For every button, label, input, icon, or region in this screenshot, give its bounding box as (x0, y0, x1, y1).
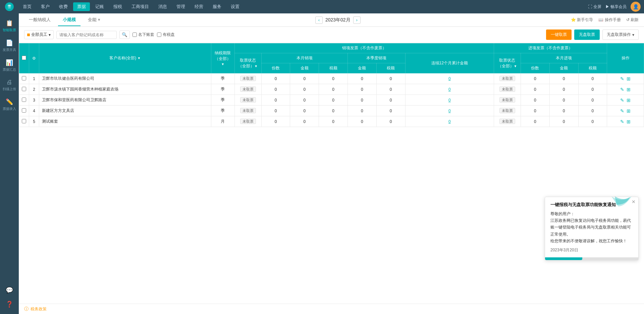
search-input[interactable] (56, 31, 117, 39)
col-sales-month-amount: 金额 (290, 63, 319, 73)
row-sales-month-shares: 0 (261, 84, 290, 95)
row-actions: ✎ ⊞ (607, 95, 644, 106)
nav-settings[interactable]: 设置 (227, 2, 244, 11)
sidebar-item-invoice-open-label: 发票开具 (3, 48, 16, 52)
tab-general-taxpayer[interactable]: 一般纳税人 (24, 14, 55, 26)
sidebar-item-invoice-entry[interactable]: ✏️ 票据录入 (1, 96, 18, 114)
nav-billing[interactable]: 收费 (55, 2, 72, 11)
row-sales-12month[interactable]: 0 (405, 116, 494, 127)
tab-all[interactable]: 全能 ▾ (83, 14, 105, 26)
search-button[interactable]: 🔍 (119, 30, 130, 39)
nav-home[interactable]: 首页 (19, 2, 36, 11)
row-purchase-month-shares: 0 (521, 106, 549, 116)
row-select-checkbox[interactable] (22, 98, 26, 102)
col-purchase-status-header: 取票状态（全部）▼ (494, 53, 521, 73)
sidebar-item-chat[interactable]: 💬 (1, 284, 18, 297)
edit-icon[interactable]: ✎ (620, 108, 625, 114)
col-sales-season-header: 本季度销项 (348, 53, 406, 63)
nav-tax[interactable]: 报税 (109, 2, 126, 11)
row-sales-12month[interactable]: 0 (405, 73, 494, 84)
row-sales-season-amount: 0 (348, 95, 377, 106)
col-settings-header: ⚙ (29, 43, 39, 73)
row-select-checkbox[interactable] (22, 76, 26, 80)
no-disk-operation-label: 无盘取票操作 (607, 32, 631, 38)
newbie-guide-btn[interactable]: ⭐ 新手引导 (571, 17, 593, 23)
next-month-button[interactable]: › (353, 16, 361, 24)
sidebar-item-help[interactable]: ❓ (1, 298, 18, 311)
tax-disk-checkbox-label[interactable]: 有税盘 (157, 32, 175, 38)
row-customer-name: 卫辉市保和堂医药有限公司卫辉路店 (39, 95, 211, 106)
sidebar-item-invoice-open[interactable]: 📄 发票开具 (1, 37, 18, 55)
col-operation-header: 操作 (607, 43, 644, 73)
refresh-btn[interactable]: ↺ 刷新 (626, 17, 639, 23)
sidebar-item-smart-fetch[interactable]: 📋 智能取票 (1, 17, 18, 35)
nav-invoice[interactable]: 票据 (73, 2, 90, 11)
row-sales-season-tax: 0 (376, 116, 405, 127)
my-accounts-checkbox-label[interactable]: 名下账套 (132, 32, 154, 38)
row-select-checkbox[interactable] (22, 119, 26, 123)
scan-upload-icon: 🖨 (6, 79, 12, 86)
view-icon[interactable]: ⊞ (626, 76, 631, 81)
row-purchase-month-tax: 0 (578, 106, 607, 116)
sidebar-item-invoice-summary[interactable]: 📊 票据汇总 (1, 56, 18, 75)
row-sales-season-amount: 0 (348, 73, 377, 84)
row-tax-period: 月 (211, 116, 234, 127)
tab-small-scale[interactable]: 小规模 (58, 14, 80, 26)
filter-dot-icon (27, 34, 30, 36)
view-icon[interactable]: ⊞ (626, 87, 631, 92)
nav-message[interactable]: 消息 (154, 2, 171, 11)
row-checkbox (19, 106, 29, 116)
prev-month-button[interactable]: ‹ (315, 16, 323, 24)
nav-business[interactable]: 工商项目 (127, 2, 153, 11)
row-tax-period: 季 (211, 106, 234, 116)
row-tax-period: 季 (211, 84, 234, 95)
user-avatar[interactable]: 👤 (631, 2, 641, 12)
select-all-checkbox[interactable] (22, 56, 26, 60)
edit-icon[interactable]: ✎ (620, 76, 625, 81)
col-sales-month-header: 本月销项 (261, 53, 347, 63)
top-navigation: 首页 客户 收费 票据 记账 报税 工商项目 消息 管理 经营 服务 设置 ⛶ … (0, 0, 644, 13)
row-sales-month-amount: 0 (290, 95, 319, 106)
popup-close-button[interactable]: ✕ (632, 199, 636, 204)
row-sales-season-tax: 0 (376, 106, 405, 116)
no-disk-fetch-button[interactable]: 无盘取票 (574, 29, 600, 40)
row-purchase-status: 未取票 (494, 116, 521, 127)
edit-icon[interactable]: ✎ (620, 87, 625, 92)
invoice-summary-icon: 📊 (6, 59, 13, 66)
row-customer-name: 新建区方方文具店 (39, 106, 211, 116)
member-btn[interactable]: ▶ 畅享会员 (605, 4, 627, 10)
row-sales-12month[interactable]: 0 (405, 95, 494, 106)
employee-filter-button[interactable]: 全部员工 ▾ (24, 30, 54, 39)
nav-manage[interactable]: 管理 (172, 2, 189, 11)
edit-icon[interactable]: ✎ (620, 119, 625, 124)
edit-icon[interactable]: ✎ (620, 98, 625, 103)
row-sales-12month[interactable]: 0 (405, 106, 494, 116)
row-sales-season-tax: 0 (376, 95, 405, 106)
fullscreen-btn[interactable]: ⛶ 全屏 (588, 4, 601, 10)
popup-body: 一键报税与无盘取票功能恢复通知 尊敬的用户： 江苏政务网已恢复访问电子税务局功能… (545, 197, 638, 257)
nav-service[interactable]: 服务 (209, 2, 225, 11)
operation-manual-btn[interactable]: 📖 操作手册 (598, 17, 621, 23)
col-sales-12month-header: 连续12个月累计金额 (405, 53, 494, 73)
no-disk-operation-button[interactable]: 无盘取票操作 ▾ (602, 29, 639, 40)
view-icon[interactable]: ⊞ (626, 98, 631, 103)
row-select-checkbox[interactable] (22, 108, 26, 113)
view-icon[interactable]: ⊞ (626, 119, 631, 124)
row-select-checkbox[interactable] (22, 87, 26, 91)
view-icon[interactable]: ⊞ (626, 108, 631, 114)
tax-disk-checkbox[interactable] (157, 33, 161, 37)
nav-bookkeeping[interactable]: 记账 (91, 2, 108, 11)
sidebar-item-scan-upload[interactable]: 🖨 扫描上传 (1, 76, 18, 94)
chat-icon: 💬 (6, 287, 13, 294)
tax-policy-link[interactable]: 税务政策 (31, 306, 47, 312)
popup-body-text: 江苏政务网已恢复访问电子税务局功能，易代账一键登陆电子税务局与无盘取票相关功能可… (550, 217, 633, 238)
nav-customer[interactable]: 客户 (37, 2, 54, 11)
row-checkbox (19, 116, 29, 127)
row-no: 2 (29, 84, 39, 95)
table-row: 1 卫辉市玖玖健合医药有限公司 季 未取票 0 0 0 0 0 0 未取票 0 … (19, 73, 644, 84)
one-key-fetch-button[interactable]: 一键取票 (546, 29, 572, 40)
nav-operation[interactable]: 经营 (191, 2, 207, 11)
row-sales-month-amount: 0 (290, 106, 319, 116)
row-sales-12month[interactable]: 0 (405, 84, 494, 95)
my-accounts-checkbox[interactable] (132, 33, 137, 37)
